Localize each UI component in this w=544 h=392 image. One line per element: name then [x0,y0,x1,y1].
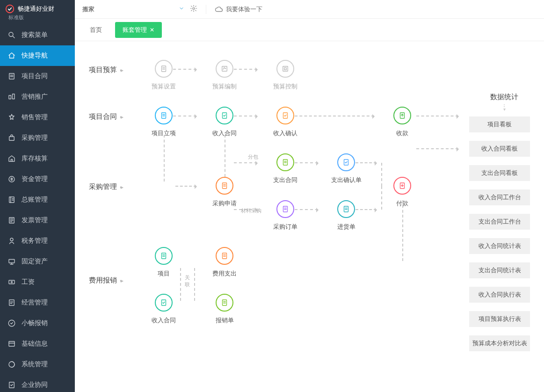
tab-label: 首页 [90,26,102,34]
sales-icon [7,113,16,122]
sidebar-item-label: 小畅报销 [22,319,48,327]
flow-canvas: 项目预算▪▸ 项目合同▪▸ 采购管理▪▸ 费用报销▪▸ 数据统计 ⋮▾ 项目看板… [75,41,544,392]
row-arrow-icon: ▪▸ [120,184,123,190]
node-budget_edit[interactable]: 预算编制 [206,60,243,91]
node-project[interactable]: 项目 [145,247,182,278]
connector [225,135,225,177]
svg-point-18 [193,7,195,9]
row-purchase: 采购管理▪▸ [89,182,123,191]
stats-button[interactable]: 收入合同工作台 [469,189,530,205]
stats-dots-icon: ⋮▾ [501,105,508,111]
gear-icon[interactable] [190,5,197,14]
node-proj_init[interactable]: 项目立项 [145,107,182,138]
sidebar-item-label: 固定资产 [22,257,48,266]
svg-rect-13 [9,300,15,305]
sidebar-item-tax[interactable]: 税务管理 [0,231,75,251]
node-icon [276,60,294,78]
org-selector[interactable]: 搬家 [82,5,184,14]
sidebar-item-collab[interactable]: 企业协同 [0,375,75,392]
chevron-down-icon [179,6,184,13]
sidebar-item-xiaochang[interactable]: 小畅报销 [0,313,75,334]
sidebar-item-payroll[interactable]: 工资 [0,272,75,292]
stats-button[interactable]: 项目预算执行表 [469,311,530,327]
sidebar-item-funds[interactable]: 资金管理 [0,169,75,189]
tab-账套管理[interactable]: 账套管理✕ [115,22,162,38]
sidebar-item-business[interactable]: 经营管理 [0,292,75,313]
stats-button[interactable]: 收入合同执行表 [469,287,530,303]
sidebar-item-purchase[interactable]: 采购管理 [0,128,75,148]
purchase-icon [7,134,16,142]
arrow [234,69,257,70]
sidebar-item-sales[interactable]: 销售管理 [0,107,75,128]
system-icon [7,360,16,369]
node-income_contract2[interactable]: 收入合同 [145,294,182,325]
node-label: 费用支出 [212,269,237,278]
arrow [416,148,458,149]
sidebar-item-project-contract[interactable]: 项目合同 [0,66,75,87]
svg-rect-11 [9,280,15,284]
sidebar-item-assets[interactable]: 固定资产 [0,251,75,272]
experience-link[interactable]: 我要体验一下 [215,5,262,14]
node-icon [216,107,233,124]
sidebar-item-label: 税务管理 [22,237,48,245]
svg-rect-3 [9,95,11,99]
org-selector-value: 搬家 [82,5,94,14]
connector [402,200,403,261]
node-income_confirm[interactable]: 收入确认 [267,107,304,138]
connector [164,135,165,181]
payroll-icon [7,278,16,286]
node-goods_in[interactable]: 进货单 [327,200,365,231]
stats-button[interactable]: 收入合同看板 [469,141,530,157]
row-expense: 费用报销▪▸ [89,276,123,285]
svg-rect-4 [13,94,15,99]
node-purchase_req[interactable]: 采购申请 [206,177,243,208]
node-purchase_order[interactable]: 采购订单 [267,200,304,231]
stats-button[interactable]: 支出合同工作台 [469,214,530,230]
stats-button[interactable]: 支出合同看板 [469,165,530,181]
node-icon [276,107,294,124]
node-income_contract[interactable]: 收入合同 [206,107,243,138]
search-icon [7,31,16,39]
svg-rect-10 [9,260,15,263]
funds-icon [7,175,16,183]
stats-button[interactable]: 预算成本分析对比表 [469,335,530,351]
stats-button[interactable]: 收入合同统计表 [469,238,530,254]
node-exp_contract[interactable]: 支出合同 [267,153,304,184]
sidebar-item-inventory[interactable]: 库存核算 [0,148,75,169]
sidebar-item-basic[interactable]: 基础信息 [0,334,75,354]
sidebar-item-label: 经营管理 [22,298,48,307]
sidebar-item-ledger[interactable]: 总账管理 [0,189,75,210]
node-icon [393,107,411,124]
sidebar-item-quicknav[interactable]: 快捷导航 [0,45,75,66]
node-label: 预算设置 [152,82,176,91]
tab-首页[interactable]: 首页 [82,22,109,38]
topbar: 搬家 我要体验一下 [75,0,544,19]
invoice-icon [7,216,16,225]
sidebar-item-search[interactable]: 搜索菜单 [0,25,75,45]
node-label: 预算编制 [212,82,237,91]
arrow [175,186,196,187]
stats-panel: 数据统计 ⋮▾ 项目看板收入合同看板支出合同看板收入合同工作台支出合同工作台收入… [469,93,539,360]
node-exp_confirm[interactable]: 支出确认单 [327,153,365,184]
node-icon [155,60,173,78]
hint-text: 关 联 [185,274,190,288]
node-budget_set[interactable]: 预算设置 [145,60,182,91]
stats-button[interactable]: 支出合同统计表 [469,262,530,278]
sidebar-item-invoice[interactable]: 发票管理 [0,210,75,231]
business-icon [7,298,16,307]
close-icon[interactable]: ✕ [150,27,154,33]
node-label: 收款 [396,129,408,138]
node-expense_out[interactable]: 费用支出 [206,247,243,278]
sidebar-item-system[interactable]: 系统管理 [0,354,75,375]
svg-rect-15 [9,341,15,347]
node-label: 收入确认 [273,129,297,138]
node-reimburse[interactable]: 报销单 [206,294,243,325]
collab-icon [7,381,16,389]
cloud-icon [215,5,223,14]
svg-rect-20 [222,66,227,72]
stats-button[interactable]: 项目看板 [469,116,530,132]
sidebar-item-label: 库存核算 [22,154,48,163]
node-budget_ctrl[interactable]: 预算控制 [267,60,304,91]
node-receive[interactable]: 收款 [384,107,421,138]
sidebar-item-marketing[interactable]: 营销推广 [0,87,75,107]
